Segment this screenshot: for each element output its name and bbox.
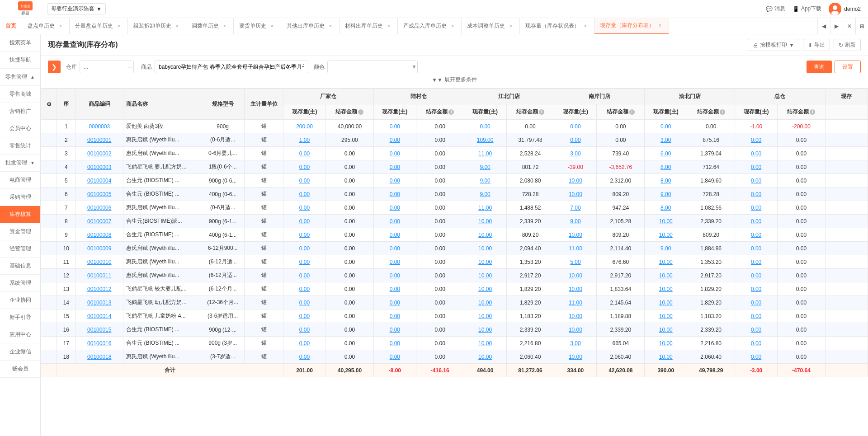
- sidebar-item-operations[interactable]: 经营管理: [0, 240, 40, 258]
- close-icon[interactable]: ×: [57, 23, 64, 29]
- row-total-qty[interactable]: 0.00: [735, 160, 778, 174]
- row-na-qty[interactable]: 10.00: [554, 228, 597, 242]
- row-code[interactable]: 00100004: [75, 174, 123, 188]
- expand-filter-btn[interactable]: ▼▼ 展开更多条件: [432, 76, 477, 84]
- row-lc-qty[interactable]: 0.00: [373, 120, 416, 133]
- nav-close-all-btn[interactable]: ✕: [843, 18, 855, 34]
- row-lc-qty[interactable]: 0.00: [373, 201, 416, 215]
- sidebar-item-search[interactable]: 搜索英单: [0, 34, 40, 52]
- row-total-qty[interactable]: 0.00: [735, 201, 778, 215]
- col-settings[interactable]: ⚙: [41, 89, 57, 120]
- search-button[interactable]: 查询: [807, 61, 832, 73]
- row-code[interactable]: 00100006: [75, 201, 123, 215]
- row-cy-qty[interactable]: 0.00: [283, 174, 326, 188]
- app-download-btn[interactable]: 📱 App下载: [793, 5, 821, 13]
- row-jb-qty[interactable]: 11.00: [464, 147, 506, 160]
- row-yb-qty[interactable]: 8.00: [645, 201, 687, 215]
- row-cy-qty[interactable]: 0.00: [283, 201, 326, 215]
- row-lc-qty[interactable]: 0.00: [373, 133, 416, 147]
- row-na-qty[interactable]: 0.00: [554, 133, 597, 147]
- row-na-qty[interactable]: 10.00: [554, 323, 597, 337]
- row-jb-qty[interactable]: 11.00: [464, 201, 506, 215]
- row-cy-qty[interactable]: 0.00: [283, 215, 326, 228]
- sidebar-item-ecommerce[interactable]: 电商管理: [0, 172, 40, 189]
- row-na-qty[interactable]: 3.00: [554, 337, 597, 350]
- row-cy-qty[interactable]: 200.00: [283, 120, 326, 133]
- row-yb-qty[interactable]: 10.00: [645, 228, 687, 242]
- row-jb-qty[interactable]: 10.00: [464, 215, 506, 228]
- row-lc-qty[interactable]: 0.00: [373, 228, 416, 242]
- row-jb-qty[interactable]: 10.00: [464, 255, 506, 269]
- sidebar-item-system[interactable]: 系统管理: [0, 275, 40, 292]
- warehouse-input[interactable]: [80, 61, 134, 73]
- row-na-qty[interactable]: 10.00: [554, 282, 597, 296]
- tab-5[interactable]: 要货单历史 ×: [234, 18, 281, 34]
- row-code[interactable]: 00100018: [75, 350, 123, 364]
- row-total-qty[interactable]: 0.00: [735, 147, 778, 160]
- close-icon[interactable]: ×: [657, 23, 663, 29]
- row-lc-qty[interactable]: 0.00: [373, 296, 416, 309]
- color-input[interactable]: [327, 61, 418, 73]
- row-total-qty[interactable]: 0.00: [735, 242, 778, 255]
- tab-2[interactable]: 分量盘点单历史 ×: [70, 18, 128, 34]
- row-total-qty[interactable]: 0.00: [735, 309, 778, 323]
- close-icon[interactable]: ×: [508, 23, 514, 29]
- row-yb-qty[interactable]: 10.00: [645, 296, 687, 309]
- sidebar-item-purchase[interactable]: 采购管理: [0, 189, 40, 206]
- row-total-qty[interactable]: 0.00: [735, 174, 778, 188]
- row-code[interactable]: 00100003: [75, 160, 123, 174]
- row-na-qty[interactable]: 10.00: [554, 174, 597, 188]
- tab-4[interactable]: 调拨单历史 ×: [186, 18, 234, 34]
- row-lc-qty[interactable]: 0.00: [373, 309, 416, 323]
- tab-8[interactable]: 产成品入库单历史 ×: [398, 18, 462, 34]
- row-total-qty[interactable]: 0.00: [735, 296, 778, 309]
- row-yb-qty[interactable]: 10.00: [645, 255, 687, 269]
- nav-prev-btn[interactable]: ◀: [817, 18, 830, 34]
- sidebar-item-member[interactable]: 会员中心: [0, 120, 40, 137]
- row-cy-qty[interactable]: 0.00: [283, 282, 326, 296]
- row-code[interactable]: 00100010: [75, 255, 123, 269]
- row-na-qty[interactable]: 5.00: [554, 255, 597, 269]
- row-cy-qty[interactable]: 0.00: [283, 242, 326, 255]
- demo-selector[interactable]: 母婴行业演示陈套 ▼: [47, 3, 106, 14]
- row-code[interactable]: 00100012: [75, 282, 123, 296]
- row-yb-qty[interactable]: 6.00: [645, 147, 687, 160]
- sidebar-item-app-center[interactable]: 应用中心: [0, 326, 40, 343]
- row-total-qty[interactable]: 0.00: [735, 337, 778, 350]
- row-lc-qty[interactable]: 0.00: [373, 242, 416, 255]
- goods-input[interactable]: [155, 61, 308, 73]
- row-na-qty[interactable]: 11.00: [554, 242, 597, 255]
- row-yb-qty[interactable]: 8.00: [645, 174, 687, 188]
- row-jb-qty[interactable]: 10.00: [464, 309, 506, 323]
- row-yb-qty[interactable]: 10.00: [645, 350, 687, 364]
- close-icon[interactable]: ×: [174, 23, 180, 29]
- row-cy-qty[interactable]: 0.00: [283, 337, 326, 350]
- row-jb-qty[interactable]: 9.00: [464, 174, 506, 188]
- row-cy-qty[interactable]: 0.00: [283, 188, 326, 201]
- row-yb-qty[interactable]: 10.00: [645, 269, 687, 282]
- close-icon[interactable]: ×: [116, 23, 122, 29]
- row-yb-qty[interactable]: 10.00: [645, 215, 687, 228]
- row-total-qty[interactable]: 0.00: [735, 228, 778, 242]
- row-yb-qty[interactable]: 9.00: [645, 242, 687, 255]
- sidebar-item-finance[interactable]: 资金管理: [0, 223, 40, 240]
- row-na-qty[interactable]: -39.00: [554, 160, 597, 174]
- sidebar-item-nav[interactable]: 快捷导航: [0, 52, 40, 69]
- row-lc-qty[interactable]: 0.00: [373, 255, 416, 269]
- export-btn[interactable]: ⬇ 导出: [803, 39, 830, 51]
- row-yb-qty[interactable]: 10.00: [645, 282, 687, 296]
- row-lc-qty[interactable]: 0.00: [373, 269, 416, 282]
- row-na-qty[interactable]: 0.00: [554, 120, 597, 133]
- row-lc-qty[interactable]: 0.00: [373, 337, 416, 350]
- row-total-qty[interactable]: 0.00: [735, 323, 778, 337]
- row-lc-qty[interactable]: 0.00: [373, 215, 416, 228]
- row-total-qty[interactable]: 0.00: [735, 215, 778, 228]
- row-code[interactable]: 00100013: [75, 296, 123, 309]
- row-total-qty[interactable]: 0.00: [735, 255, 778, 269]
- row-cy-qty[interactable]: 0.00: [283, 309, 326, 323]
- row-jb-qty[interactable]: 10.00: [464, 282, 506, 296]
- sidebar-item-inventory[interactable]: 库存核算: [0, 206, 40, 223]
- print-btn[interactable]: 🖨 按模板打印 ▼: [748, 39, 799, 51]
- row-lc-qty[interactable]: 0.00: [373, 160, 416, 174]
- row-yb-qty[interactable]: 9.00: [645, 188, 687, 201]
